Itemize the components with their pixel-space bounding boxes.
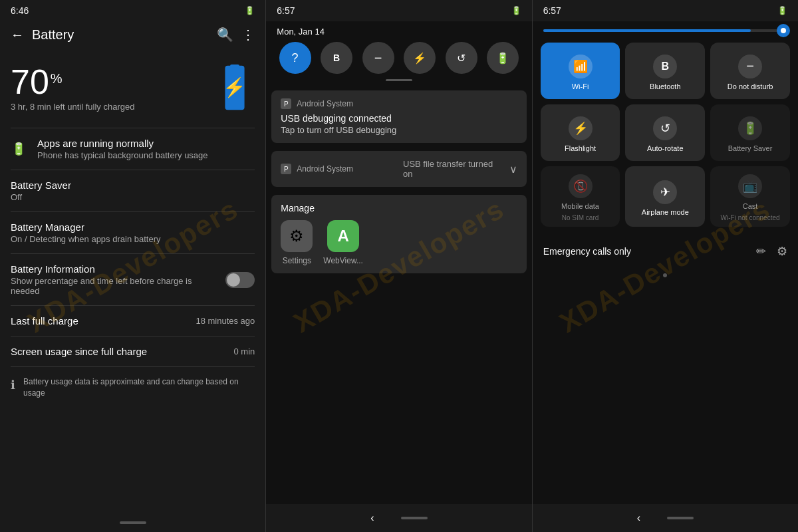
qs-airplane-tile[interactable]: ✈ Airplane mode (625, 166, 705, 227)
qs-grid: 📶 Wi-Fi B Bluetooth − Do not disturb ⚡ F… (533, 37, 798, 232)
battery-time-remaining: 3 hr, 8 min left until fully charged (11, 102, 204, 112)
page-title: Battery (32, 27, 209, 43)
home-gesture-2[interactable] (401, 517, 428, 519)
battery-saver-content: Battery Saver Off (11, 180, 255, 202)
qs-cast-tile[interactable]: 📺 Cast Wi-Fi not connected (710, 166, 790, 227)
qs-tile-2[interactable]: − (362, 42, 394, 74)
notif1-header: P Android System (281, 98, 517, 109)
notif2-text: USB file transfer turned on (403, 159, 504, 179)
back-nav-button[interactable]: ‹ (370, 512, 374, 524)
batterysaver-icon: 🔋 (738, 116, 762, 140)
toggle-thumb (227, 273, 240, 287)
status-time-2: 6:57 (277, 5, 295, 16)
bluetooth-label: Bluetooth (650, 82, 680, 90)
notif2-header: P Android System USB file transfer turne… (281, 159, 517, 179)
battery-saver-item[interactable]: Battery Saver Off (0, 170, 265, 211)
battery-info-item[interactable]: Battery Information Show percentage and … (0, 254, 265, 305)
brightness-thumb-inner (781, 28, 786, 33)
battery-info-title: Battery Information (11, 263, 215, 275)
qs-tile-5[interactable]: 🔋 (487, 42, 519, 74)
running-status-item[interactable]: 🔋 Apps are running normally Phone has ty… (0, 128, 265, 170)
battery-icon-3: 🔋 (777, 6, 787, 15)
status-icons-1: 🔋 (245, 6, 255, 15)
brightness-track[interactable] (543, 29, 787, 32)
mobiledata-icon: 📵 (569, 174, 593, 198)
qs-wifi-tile[interactable]: 📶 Wi-Fi (541, 43, 620, 99)
autorotate-label: Auto-rotate (647, 144, 683, 152)
emergency-icons: ✏ ⚙ (756, 244, 787, 259)
battery-info-toggle[interactable] (225, 272, 255, 288)
manage-title: Manage (281, 203, 517, 213)
running-status-icon: 🔋 (11, 141, 27, 157)
battery-hero: 70 % 3 hr, 8 min left until fully charge… (0, 48, 265, 128)
qs-flashlight-tile[interactable]: ⚡ Flashlight (541, 104, 620, 161)
quick-settings-bar: Mon, Jan 14 ? B − ⚡ ↺ 🔋 (266, 21, 531, 86)
qs-bluetooth-tile[interactable]: B Bluetooth (625, 43, 705, 99)
cast-sublabel: Wi-Fi not connected (721, 214, 780, 221)
qs-tile-3[interactable]: ⚡ (404, 42, 436, 74)
qs-tile-1[interactable]: B (321, 42, 352, 74)
notif-usb-debug[interactable]: P Android System USB debugging connected… (271, 90, 526, 143)
footnote-text: Battery usage data is approximate and ca… (23, 376, 255, 399)
qs-tiles-row: ? B − ⚡ ↺ 🔋 (277, 42, 521, 74)
toolbar-1: ← Battery 🔍 ⋮ (0, 21, 265, 48)
search-button[interactable]: 🔍 (217, 27, 233, 43)
battery-manager-item[interactable]: Battery Manager On / Detecting when apps… (0, 212, 265, 253)
notif-usb-transfer[interactable]: P Android System USB file transfer turne… (271, 151, 526, 187)
qs-tile-0[interactable]: ? (279, 42, 311, 74)
autorotate-icon: ↺ (653, 116, 677, 140)
qs-autorotate-tile[interactable]: ↺ Auto-rotate (625, 104, 705, 161)
battery-info-content: Battery Information Show percentage and … (11, 263, 215, 296)
screen-usage-row: Screen usage since full charge 0 min (0, 336, 265, 366)
manage-app-settings[interactable]: ⚙ Settings (281, 220, 313, 265)
battery-graphic: ⚡ (218, 65, 251, 111)
battery-status-icon: 🔋 (245, 6, 255, 15)
settings-app-label: Settings (283, 256, 311, 265)
brightness-fill (543, 29, 751, 32)
status-icons-3: 🔋 (777, 6, 787, 15)
home-gesture-3[interactable] (667, 517, 694, 519)
svg-rect-1 (230, 65, 239, 68)
battery-manager-title: Battery Manager (11, 221, 255, 233)
screen-usage-label: Screen usage since full charge (11, 346, 147, 357)
brightness-row (543, 29, 787, 32)
brightness-thumb (777, 24, 790, 37)
dot-indicator (533, 268, 798, 283)
info-icon: ℹ (11, 378, 15, 392)
status-time-3: 6:57 (543, 5, 561, 16)
manage-section: Manage ⚙ Settings A WebView... (271, 195, 526, 273)
webview-app-label: WebView... (323, 256, 363, 265)
status-bar-2: 6:57 🔋 (266, 0, 531, 21)
back-nav-button-3[interactable]: ‹ (637, 512, 640, 524)
battery-number: 70 (11, 65, 49, 99)
nav-bar-1 (0, 513, 265, 532)
battery-manager-value: On / Detecting when apps drain battery (11, 234, 255, 244)
qs-tile-4[interactable]: ↺ (446, 42, 477, 74)
back-button[interactable]: ← (11, 27, 24, 43)
qs-batterysaver-tile[interactable]: 🔋 Battery Saver (710, 104, 790, 161)
webview-app-icon: A (327, 220, 359, 252)
status-icons-2: 🔋 (511, 6, 521, 15)
home-gesture[interactable] (120, 521, 146, 524)
footnote-row: ℹ Battery usage data is approximate and … (0, 367, 265, 408)
mobiledata-sublabel: No SIM card (562, 214, 599, 221)
manage-apps-row: ⚙ Settings A WebView... (281, 220, 517, 265)
settings-icon[interactable]: ⚙ (777, 244, 787, 259)
manage-app-webview[interactable]: A WebView... (323, 220, 363, 265)
qs-mobiledata-tile[interactable]: 📵 Mobile data No SIM card (541, 166, 620, 227)
notif1-app-icon: P (281, 98, 291, 109)
dnd-icon: − (738, 55, 762, 78)
emergency-bar: Emergency calls only ✏ ⚙ (533, 235, 798, 268)
battery-info-hero: 70 % 3 hr, 8 min left until fully charge… (11, 65, 204, 112)
notif2-app-icon: P (281, 164, 291, 174)
dnd-label: Do not disturb (728, 82, 773, 90)
qs-dnd-tile[interactable]: − Do not disturb (710, 43, 790, 99)
brightness-control[interactable] (533, 21, 798, 37)
last-charge-label: Last full charge (11, 315, 78, 327)
overflow-menu-button[interactable]: ⋮ (241, 27, 255, 43)
page-dot (663, 273, 667, 277)
emergency-text: Emergency calls only (543, 246, 756, 257)
status-bar-3: 6:57 🔋 (533, 0, 798, 21)
status-time-1: 6:46 (11, 5, 29, 16)
edit-icon[interactable]: ✏ (756, 244, 766, 259)
